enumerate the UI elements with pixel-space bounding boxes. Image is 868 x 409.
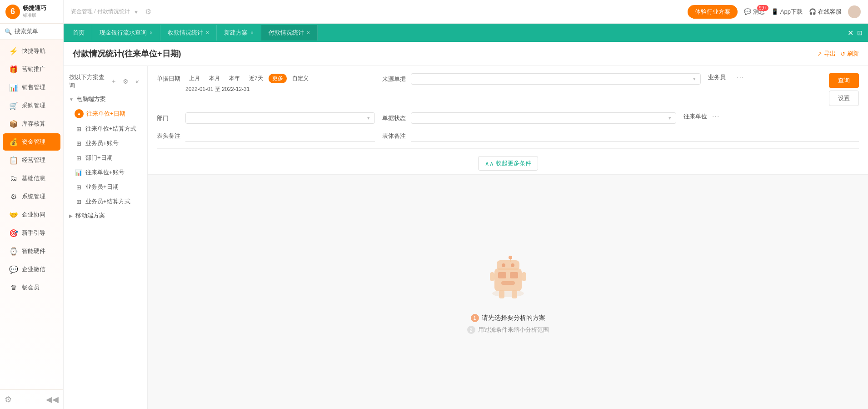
tabs-window-controls: ✕ ⊡: [848, 29, 866, 37]
mobile-section-arrow: ▶: [69, 213, 73, 218]
body-note-input[interactable]: [411, 130, 859, 142]
sidebar-bottom: ⚙ ◀◀: [0, 389, 63, 409]
tab-bank-flow-close[interactable]: ×: [150, 30, 153, 36]
collapse-btn[interactable]: ∧∧ 收起更多条件: [478, 156, 538, 171]
export-btn[interactable]: ↗ 导出: [817, 50, 836, 58]
date-btn-this-month[interactable]: 本月: [205, 73, 224, 84]
date-btn-last-month[interactable]: 上月: [185, 73, 204, 84]
tab-payable-stat[interactable]: 付款情况统计 ×: [261, 25, 318, 40]
query-btn[interactable]: 查询: [829, 73, 859, 88]
nav-label: 企业微信: [22, 265, 45, 273]
refresh-btn[interactable]: ↺ 刷新: [840, 50, 859, 58]
tab-receivable[interactable]: 收款情况统计 ×: [160, 25, 217, 40]
add-scheme-icon[interactable]: ＋: [109, 77, 118, 86]
trial-btn[interactable]: 体验行业方案: [688, 5, 738, 19]
sidebar-item-enterprise[interactable]: 🤝 企业协同: [3, 206, 60, 223]
sidebar-item-capital[interactable]: 💰 资金管理: [3, 133, 60, 151]
sidebar: 6 畅捷通巧 标准版 🔍 搜索菜单 ⚡ 快捷导航 🎁 营销推广 📊 销售管理 🛒…: [0, 0, 64, 409]
online-service-btn[interactable]: 🎧 在线客服: [809, 8, 842, 16]
scheme-settings-icon[interactable]: ⚙: [121, 77, 130, 86]
sidebar-item-hardware[interactable]: ⌚ 智能硬件: [3, 242, 60, 260]
mobile-section-title: 移动端方案: [75, 212, 105, 220]
svg-rect-1: [494, 268, 522, 291]
sidebar-item-sales[interactable]: 📊 销售管理: [3, 79, 60, 96]
svg-rect-7: [499, 290, 504, 298]
window-close-icon[interactable]: ✕: [848, 29, 853, 37]
tab-new-scheme[interactable]: 新建方案 ×: [217, 25, 261, 40]
scheme-item-dept-date[interactable]: ⊞ 部门+日期: [64, 151, 147, 165]
sidebar-item-inventory[interactable]: 📦 库存核算: [3, 115, 60, 132]
app-download-label: App下载: [780, 8, 803, 16]
sidebar-item-marketing[interactable]: 🎁 营销推广: [3, 61, 60, 78]
sidebar-item-basic[interactable]: 🗂 基础信息: [3, 170, 60, 187]
export-label: 导出: [824, 50, 836, 58]
message-btn[interactable]: 💬 消息 99+: [744, 8, 765, 16]
header-note-group: 表头备注: [157, 130, 375, 142]
search-menu-label: 搜索菜单: [15, 27, 38, 35]
empty-illustration: [481, 250, 535, 305]
topbar-dropdown-icon[interactable]: ▾: [135, 8, 138, 15]
nav-label: 经营管理: [22, 156, 45, 164]
pc-section-title: 电脑端方案: [76, 95, 106, 103]
table-icon-3: ⊞: [75, 154, 83, 162]
scheme-item-staff-date[interactable]: ⊞ 业务员+日期: [64, 180, 147, 194]
user-avatar[interactable]: [848, 5, 861, 18]
scheme-item-staff-settlement[interactable]: ⊞ 业务员+结算方式: [64, 194, 147, 209]
content-body: 按以下方案查询 ＋ ⚙ « ▼ 电脑端方案 ● 往来单位+日期 ⊞ 往来单位+: [64, 66, 868, 409]
date-filter-group: 单据日期 上月 本月 本年 近7天 更多 自定义 2022-01-0: [157, 73, 375, 93]
date-btn-7days[interactable]: 近7天: [245, 73, 267, 84]
collapse-sidebar-icon[interactable]: ◀◀: [46, 394, 59, 404]
pc-scheme-section[interactable]: ▼ 电脑端方案: [64, 92, 147, 106]
tab-home[interactable]: 首页: [65, 25, 92, 40]
inventory-icon: 📦: [9, 119, 18, 128]
status-select[interactable]: ▾: [411, 112, 676, 124]
collapse-btn-label: 收起更多条件: [496, 159, 531, 167]
tab-receivable-close[interactable]: ×: [206, 30, 209, 36]
window-maximize-icon[interactable]: ⊡: [857, 29, 863, 36]
settings-btn[interactable]: 设置: [829, 91, 859, 106]
source-filter-group: 来源单据 ▾: [382, 73, 701, 85]
enterprise-icon: 🤝: [9, 210, 18, 219]
svg-rect-3: [510, 272, 518, 278]
scheme-item-partner-settlement[interactable]: ⊞ 往来单位+结算方式: [64, 121, 147, 136]
partner-select-dots[interactable]: ···: [712, 112, 719, 121]
date-btn-more[interactable]: 更多: [269, 74, 287, 83]
sidebar-item-operation[interactable]: 📋 经营管理: [3, 151, 60, 169]
header-note-input[interactable]: [185, 130, 375, 142]
pc-section-arrow: ▼: [69, 97, 74, 102]
date-shortcuts: 上月 本月 本年 近7天 更多 自定义: [185, 73, 312, 84]
tab-new-scheme-close[interactable]: ×: [250, 30, 254, 36]
topbar-settings-icon[interactable]: ⚙: [145, 7, 151, 16]
tab-payable-stat-close[interactable]: ×: [307, 30, 310, 36]
mobile-scheme-section[interactable]: ▶ 移动端方案: [64, 209, 147, 222]
scheme-item-staff-account[interactable]: ⊞ 业务员+账号: [64, 136, 147, 151]
nav-label: 企业协同: [22, 211, 45, 219]
sidebar-item-vip[interactable]: ♛ 畅会员: [3, 279, 60, 296]
basic-icon: 🗂: [9, 174, 18, 183]
status-select-arrow: ▾: [668, 115, 671, 121]
tab-new-scheme-label: 新建方案: [224, 29, 248, 37]
filter-action-buttons: 查询 设置: [829, 73, 859, 106]
search-menu[interactable]: 🔍 搜索菜单: [0, 24, 63, 40]
dept-select[interactable]: ▾: [185, 112, 375, 124]
header-actions: ↗ 导出 ↺ 刷新: [817, 50, 859, 58]
sidebar-item-system[interactable]: ⚙ 系统管理: [3, 188, 60, 205]
app-download-btn[interactable]: 📱 App下载: [771, 8, 803, 16]
nav-label: 采购管理: [22, 101, 45, 110]
message-badge: 99+: [757, 5, 768, 11]
sidebar-item-purchase[interactable]: 🛒 采购管理: [3, 97, 60, 114]
scheme-item-partner-date[interactable]: ● 往来单位+日期: [64, 106, 147, 121]
date-btn-this-year[interactable]: 本年: [225, 73, 244, 84]
sidebar-item-quick-nav[interactable]: ⚡ 快捷导航: [3, 42, 60, 60]
staff-select-dots[interactable]: ···: [737, 73, 744, 81]
scheme-item-partner-account[interactable]: 📊 往来单位+账号: [64, 165, 147, 180]
collapse-scheme-panel-icon[interactable]: «: [133, 77, 142, 86]
sidebar-item-guide[interactable]: 🎯 新手引导: [3, 224, 60, 242]
sidebar-item-wechat[interactable]: 💬 企业微信: [3, 261, 60, 278]
app-version: 标准版: [23, 12, 46, 19]
svg-point-13: [509, 256, 512, 259]
tab-bank-flow[interactable]: 现金银行流水查询 ×: [92, 25, 160, 40]
source-select[interactable]: ▾: [411, 73, 701, 85]
date-btn-custom[interactable]: 自定义: [289, 73, 312, 84]
settings-icon[interactable]: ⚙: [5, 394, 12, 404]
